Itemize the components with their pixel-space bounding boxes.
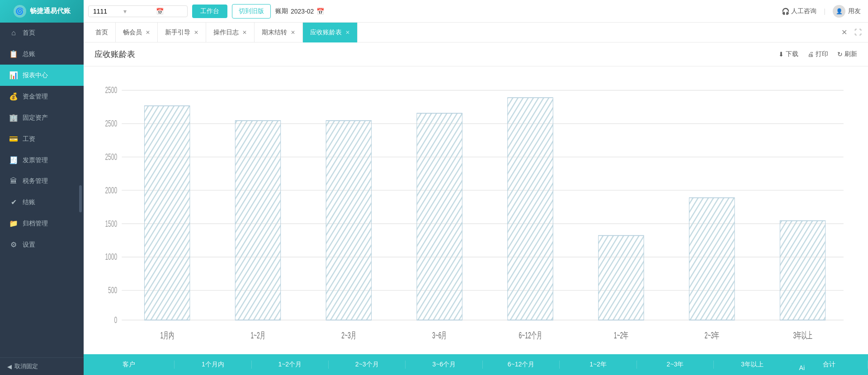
tab-log[interactable]: 操作日志 ✕ (206, 23, 255, 42)
company-selector[interactable]: 1111 ▾ 📅 (88, 5, 188, 17)
scroll-indicator (79, 185, 82, 212)
dropdown-icon: ▾ (123, 8, 150, 15)
svg-text:1~2月: 1~2月 (250, 330, 265, 340)
svg-rect-18 (235, 121, 280, 320)
invoice-icon: 🧾 (9, 156, 18, 164)
reports-icon: 📊 (9, 71, 18, 80)
sidebar-item-settings[interactable]: ⚙ 设置 (0, 234, 84, 255)
svg-text:1500: 1500 (105, 219, 117, 229)
ledger-icon: 📋 (9, 50, 18, 58)
print-button[interactable]: 🖨 打印 (807, 50, 828, 58)
maximize-button[interactable]: ⛶ (853, 27, 863, 38)
tab-member-label: 畅会员 (123, 28, 142, 37)
sidebar-item-invoice[interactable]: 🧾 发票管理 (0, 150, 84, 171)
tab-member[interactable]: 畅会员 ✕ (116, 23, 158, 42)
sidebar-item-archive[interactable]: 📁 归档管理 (0, 213, 84, 234)
svg-text:6~12个月: 6~12个月 (519, 330, 542, 340)
svg-text:0: 0 (114, 315, 118, 325)
user-menu[interactable]: 👤 用友 (833, 5, 861, 18)
tab-guide-close[interactable]: ✕ (194, 29, 198, 36)
tab-period-end-close[interactable]: ✕ (291, 29, 295, 36)
svg-text:2500: 2500 (105, 85, 117, 95)
svg-text:2~3年: 2~3年 (705, 330, 719, 340)
sidebar-label-home: 首页 (23, 29, 35, 37)
svg-rect-22 (599, 235, 644, 320)
tab-aging[interactable]: 应收账龄表 ✕ (303, 23, 358, 42)
refresh-icon: ↻ (837, 51, 843, 58)
sidebar-item-tax[interactable]: 🏛 税务管理 (0, 171, 84, 192)
download-label: 下载 (786, 50, 798, 58)
page-header: 应收账龄表 ⬇ 下载 🖨 打印 ↻ 刷新 (84, 42, 868, 66)
app-logo: 🌀 畅捷通易代账 (0, 0, 84, 23)
ai-badge[interactable]: Ai (790, 361, 814, 375)
tab-home[interactable]: 首页 (88, 23, 116, 42)
tab-bar: 首页 畅会员 ✕ 新手引导 ✕ 操作日志 ✕ 期末结转 ✕ 应收账龄表 ✕ (84, 23, 868, 42)
svg-rect-24 (780, 221, 825, 320)
svg-text:1~2年: 1~2年 (614, 330, 628, 340)
consult-label: 人工咨询 (791, 7, 816, 15)
tab-home-label: 首页 (95, 28, 108, 37)
sidebar-label-funds: 资金管理 (23, 93, 48, 101)
refresh-button[interactable]: ↻ 刷新 (837, 50, 857, 58)
tab-guide[interactable]: 新手引导 ✕ (158, 23, 206, 42)
refresh-label: 刷新 (844, 50, 857, 58)
sidebar-nav: ⌂ 首页 📋 总账 📊 报表中心 💰 资金管理 🏢 固定资产 💳 工资 (0, 23, 84, 357)
sidebar-item-funds[interactable]: 💰 资金管理 (0, 86, 84, 107)
sidebar-label-reports: 报表中心 (23, 71, 48, 80)
sidebar-label-archive: 归档管理 (23, 220, 48, 228)
col-3-6month: 3~6个月 (406, 361, 482, 369)
calendar-icon[interactable]: 📅 (156, 8, 183, 15)
sidebar-item-reports[interactable]: 📊 报表中心 (0, 65, 84, 86)
tab-period-end-label: 期末结转 (262, 28, 287, 37)
col-1-2month: 1~2个月 (252, 361, 329, 369)
svg-rect-17 (144, 106, 189, 320)
svg-text:2000: 2000 (105, 185, 117, 195)
checkout-icon: ✔ (9, 198, 18, 206)
app-name: 畅捷通易代账 (30, 7, 71, 15)
sidebar-item-checkout[interactable]: ✔ 结账 (0, 192, 84, 213)
pin-label: 取消固定 (14, 362, 38, 370)
tab-log-close[interactable]: ✕ (242, 29, 247, 36)
sidebar-item-home[interactable]: ⌂ 首页 (0, 23, 84, 43)
svg-text:1000: 1000 (105, 252, 117, 262)
svg-text:500: 500 (108, 285, 117, 295)
tab-aging-close[interactable]: ✕ (345, 29, 350, 36)
col-1month: 1个月内 (175, 361, 251, 369)
period-label: 账期 (275, 7, 288, 15)
sidebar-item-salary[interactable]: 💳 工资 (0, 128, 84, 150)
print-icon: 🖨 (807, 51, 814, 58)
sidebar-item-ledger[interactable]: 📋 总账 (0, 43, 84, 65)
sidebar-label-tax: 税务管理 (23, 177, 48, 185)
download-icon: ⬇ (778, 51, 784, 58)
close-all-tabs-button[interactable]: ✕ (840, 26, 849, 38)
svg-text:2500: 2500 (105, 152, 117, 162)
company-name: 1111 (93, 8, 120, 15)
sidebar-item-assets[interactable]: 🏢 固定资产 (0, 107, 84, 128)
svg-rect-21 (508, 98, 553, 320)
sidebar-label-settings: 设置 (23, 241, 35, 249)
print-label: 打印 (816, 50, 828, 58)
tab-guide-label: 新手引导 (165, 28, 190, 37)
sidebar-label-invoice: 发票管理 (23, 156, 48, 164)
period-value: 2023-02 (291, 8, 314, 15)
period-calendar-icon[interactable]: 📅 (316, 8, 324, 15)
pin-icon: ◀ (7, 363, 12, 370)
bar-chart: 2500 2500 2500 2000 1500 1000 500 0 (94, 75, 857, 350)
switch-version-button[interactable]: 切到旧版 (232, 4, 271, 19)
download-button[interactable]: ⬇ 下载 (778, 50, 798, 58)
consult-button[interactable]: 🎧 人工咨询 (782, 7, 816, 15)
avatar: 👤 (833, 5, 845, 18)
col-6-12month: 6~12个月 (483, 361, 560, 369)
user-name: 用友 (848, 7, 861, 15)
svg-text:2~3月: 2~3月 (341, 330, 356, 340)
tab-aging-label: 应收账龄表 (310, 28, 342, 37)
sidebar-label-salary: 工资 (23, 135, 35, 143)
archive-icon: 📁 (9, 219, 18, 228)
sidebar-pin-toggle[interactable]: ◀ 取消固定 (0, 357, 84, 375)
col-2-3year: 2~3年 (637, 361, 714, 369)
workbench-button[interactable]: 工作台 (192, 5, 227, 18)
tab-period-end[interactable]: 期末结转 ✕ (255, 23, 303, 42)
svg-text:3年以上: 3年以上 (793, 330, 812, 340)
page-actions: ⬇ 下载 🖨 打印 ↻ 刷新 (778, 50, 857, 58)
tab-member-close[interactable]: ✕ (146, 29, 150, 36)
